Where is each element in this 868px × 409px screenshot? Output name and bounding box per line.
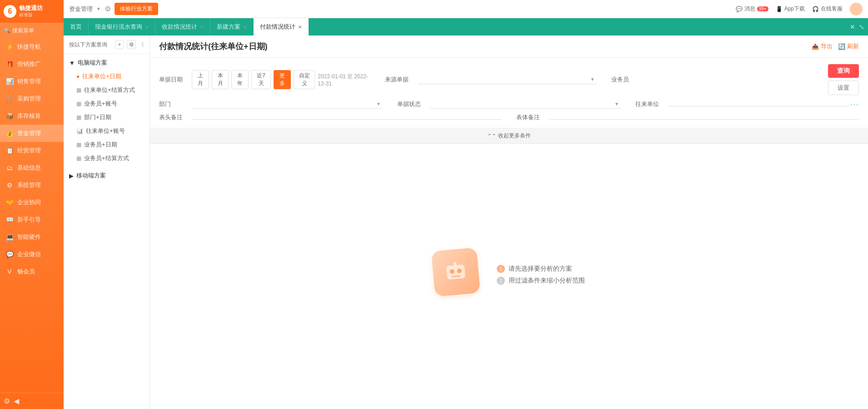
sidebar-item-label: 营销推广 [17,60,41,68]
left-panel-header: 按以下方案查询 + ⚙ 《 [64,35,150,54]
source-bill-select[interactable]: ▼ [418,75,596,84]
tab-receipt-stat-close-icon[interactable]: ✕ [200,25,204,30]
user-avatar[interactable] [850,3,863,15]
step-1-icon: 1 [497,265,505,273]
scheme-item-label: 部门+日期 [84,113,111,121]
tab-payment-stat-close-icon[interactable]: ✕ [298,25,302,30]
sidebar-item-guide[interactable]: 📖 新手引导 [0,211,64,228]
header-note-input[interactable] [192,116,502,120]
dept-select[interactable]: ▼ [192,100,383,109]
sidebar-search[interactable]: 🔍 搜索菜单 [0,23,64,38]
bill-status-select[interactable]: ▼ [430,100,621,109]
date-btn-this-month[interactable]: 本月 [212,70,229,89]
sidebar-settings-btn[interactable]: ⚙ [4,397,10,405]
tab-home[interactable]: 首页 [64,18,89,35]
header-right: 💬 消息 99+ 📱 App下载 🎧 在线客服 [736,3,863,15]
tab-close-all-icon[interactable]: ✕ [850,23,855,30]
scheme-group-desktop-header[interactable]: ▼ 电脑端方案 [64,56,150,70]
sidebar-nav: ⚡ 快捷导航 🎁 营销推广 📊 销售管理 🛒 采购管理 📦 库存核算 💰 资金管… [0,38,64,393]
nav-icon-purchase: 🛒 [5,95,14,102]
panel-add-btn[interactable]: + [115,40,124,49]
breadcrumb-dropdown-icon[interactable]: ▼ [96,6,101,11]
scheme-icon-3: ▦ [76,101,81,107]
tab-new-scheme-close-icon[interactable]: ✕ [243,25,247,30]
scheme-item-label: 往来单位+账号 [86,127,125,135]
scheme-item-label: 往来单位+日期 [82,72,121,81]
sidebar-item-operations[interactable]: 📋 经营管理 [0,142,64,159]
scheme-item-staff-account[interactable]: ▦ 业务员+账号 [64,97,150,111]
sidebar: 6 畅捷通坊 标准版 🔍 搜索菜单 ⚡ 快捷导航 🎁 营销推广 📊 销售管理 🛒… [0,0,64,409]
tab-bank-flow-close-icon[interactable]: ✕ [145,25,149,30]
scheme-group-mobile-header[interactable]: ▶ 移动端方案 [64,169,150,182]
scheme-item-partner-settlement[interactable]: ▦ 往来单位+结算方式 [64,83,150,97]
settings-button[interactable]: 设置 [828,81,859,95]
tab-bar-controls: ✕ ⤡ [846,18,868,35]
main-area: 资金管理 ▼ ⚙ 体验行业方案 💬 消息 99+ 📱 App下载 🎧 在线客服 [64,0,868,409]
body-note-input[interactable] [549,116,859,120]
panel-settings-btn[interactable]: ⚙ [127,40,136,49]
sidebar-item-quick-nav[interactable]: ⚡ 快捷导航 [0,38,64,56]
sidebar-item-member[interactable]: V 畅会员 [0,263,64,280]
sidebar-item-finance[interactable]: 💰 资金管理 [0,125,64,142]
sidebar-item-system[interactable]: ⚙ 系统管理 [0,177,64,194]
try-industry-button[interactable]: 体验行业方案 [115,3,158,15]
refresh-button[interactable]: 🔄 刷新 [838,42,859,50]
partner-dots-btn[interactable]: ··· [851,101,859,108]
sidebar-item-label: 基础信息 [17,164,41,172]
sidebar-item-basic-info[interactable]: 🗂 基础信息 [0,159,64,177]
scheme-item-label: 往来单位+结算方式 [84,86,135,94]
scheme-item-label: 业务员+结算方式 [84,154,129,162]
collapse-up-icon: ⌃⌃ [487,133,496,139]
search-icon: 🔍 [4,27,10,34]
sidebar-collapse-btn[interactable]: ◀ [14,397,19,405]
header-settings-icon[interactable]: ⚙ [105,5,111,13]
filter-block: 单据日期 上月 本月 本年 近7天 更多 自定义 2022-01-01 至 20… [150,58,868,128]
chevron-right-icon: ▶ [69,172,74,179]
sidebar-item-enterprise[interactable]: 🤝 企业协同 [0,194,64,211]
scheme-item-label: 业务员+账号 [84,100,117,108]
scheme-item-partner-date[interactable]: ● 往来单位+日期 [64,70,150,83]
source-bill-dropdown-icon: ▼ [590,77,595,82]
sidebar-item-wechat[interactable]: 💬 企业微信 [0,246,64,263]
sidebar-item-label: 资金管理 [17,129,41,137]
salesperson-label: 业务员 [611,76,639,84]
sidebar-item-label: 企业协同 [17,198,41,207]
message-action[interactable]: 💬 消息 99+ [736,5,768,13]
date-btn-this-year[interactable]: 本年 [231,70,249,89]
tab-new-scheme[interactable]: 新建方案 ✕ [210,18,254,35]
sidebar-item-marketing[interactable]: 🎁 营销推广 [0,56,64,73]
sidebar-item-smart-hw[interactable]: 💻 智能硬件 [0,228,64,246]
scheme-item-partner-account[interactable]: 📊 往来单位+账号 [64,124,150,138]
panel-collapse-btn[interactable]: 《 [139,41,144,49]
sidebar-item-inventory[interactable]: 📦 库存核算 [0,107,64,125]
query-button[interactable]: 查询 [828,64,859,78]
export-button[interactable]: 📤 导出 [812,42,833,50]
partner-input[interactable] [668,102,849,106]
logo-icon: 6 [4,5,16,18]
scheme-item-staff-settlement[interactable]: ▦ 业务员+结算方式 [64,151,150,165]
bill-status-dropdown-icon: ▼ [614,101,619,106]
date-btn-last-7[interactable]: 近7天 [251,70,271,89]
tab-home-label: 首页 [70,23,82,31]
sidebar-item-label: 销售管理 [17,77,41,86]
sidebar-item-sales[interactable]: 📊 销售管理 [0,73,64,90]
tab-expand-icon[interactable]: ⤡ [859,23,864,30]
date-btn-more[interactable]: 更多 [274,70,291,89]
scheme-item-label: 业务员+日期 [84,141,117,149]
scheme-item-dept-date[interactable]: ▦ 部门+日期 [64,111,150,124]
date-options: 上月 本月 本年 近7天 更多 自定义 2022-01-01 至 2022-12… [192,70,370,89]
sidebar-item-label: 智能硬件 [17,233,41,241]
message-icon: 💬 [736,6,743,12]
online-service-action[interactable]: 🎧 在线客服 [812,5,843,13]
app-download-action[interactable]: 📱 App下载 [776,5,805,13]
tab-bank-flow[interactable]: 现金银行流水查询 ✕ [89,18,155,35]
tab-receipt-stat[interactable]: 收款情况统计 ✕ [155,18,210,35]
right-panel: 付款情况统计(往来单位+日期) 📤 导出 🔄 刷新 单据日期 [150,35,868,409]
scheme-item-staff-date[interactable]: ▦ 业务员+日期 [64,138,150,151]
collapse-button[interactable]: ⌃⌃ 收起更多条件 [487,132,531,140]
date-btn-last-month[interactable]: 上月 [192,70,209,89]
date-btn-custom[interactable]: 自定义 [294,70,315,89]
sidebar-item-purchase[interactable]: 🛒 采购管理 [0,90,64,107]
tab-payment-stat[interactable]: 付款情况统计 ✕ [254,18,309,35]
scheme-icon-6: ▦ [76,141,81,148]
